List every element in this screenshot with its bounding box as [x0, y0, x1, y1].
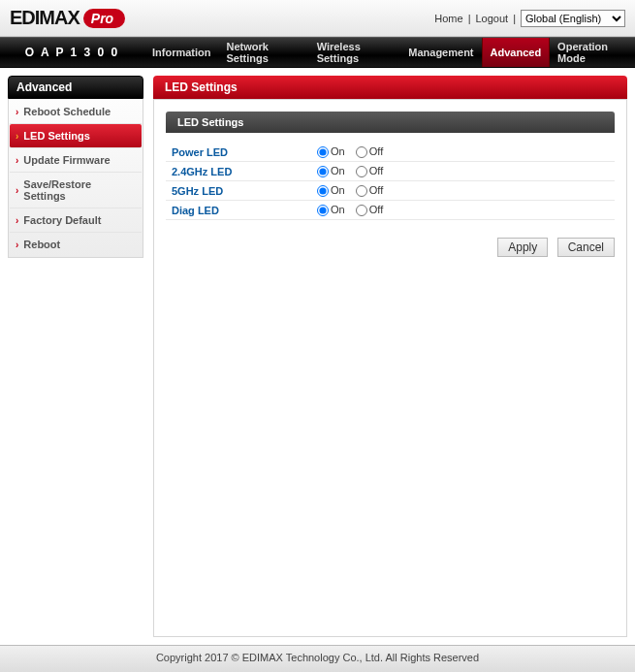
- table-row: Power LED On Off: [166, 143, 615, 162]
- radio-off-label[interactable]: Off: [356, 145, 383, 157]
- table-row: Diag LED On Off: [166, 201, 615, 220]
- radio-on-label[interactable]: On: [317, 204, 345, 215]
- sidebar: Advanced › Reboot Schedule › LED Setting…: [8, 76, 143, 637]
- page-title: LED Settings: [153, 76, 627, 99]
- table-row: 2.4GHz LED On Off: [166, 162, 615, 181]
- chevron-right-icon: ›: [16, 240, 18, 250]
- chevron-right-icon: ›: [16, 185, 18, 196]
- sidebar-item-label: Save/Restore Settings: [23, 178, 136, 202]
- led-settings-table: Power LED On Off 2.4GHz LED On Off 5GHz …: [166, 143, 615, 220]
- menu-management[interactable]: Management: [400, 38, 481, 67]
- sidebar-item-reboot-schedule[interactable]: › Reboot Schedule: [10, 100, 142, 124]
- brand-suffix: Pro: [83, 9, 125, 28]
- radio-on[interactable]: [317, 185, 329, 197]
- brand-logo: EDIMAX Pro: [10, 7, 125, 29]
- footer: Copyright 2017 © EDIMAX Technology Co., …: [0, 645, 635, 672]
- sidebar-item-label: Reboot Schedule: [23, 106, 111, 117]
- radio-off[interactable]: [356, 166, 367, 177]
- row-label: 5GHz LED: [166, 181, 311, 201]
- model-name: O A P 1 3 0 0: [0, 38, 144, 67]
- main-menu: Information Network Settings Wireless Se…: [144, 38, 635, 67]
- sidebar-item-update-firmware[interactable]: › Update Firmware: [10, 148, 142, 173]
- top-links: Home | Logout | Global (English): [434, 10, 625, 27]
- content-area: LED Settings LED Settings Power LED On O…: [153, 76, 627, 637]
- radio-off-label[interactable]: Off: [356, 204, 383, 215]
- row-label: Diag LED: [166, 201, 311, 220]
- chevron-right-icon: ›: [16, 107, 18, 117]
- chevron-right-icon: ›: [16, 215, 18, 226]
- apply-button[interactable]: Apply: [497, 238, 548, 257]
- radio-on[interactable]: [317, 166, 329, 177]
- radio-on-label[interactable]: On: [317, 145, 345, 157]
- radio-on-label[interactable]: On: [317, 165, 345, 176]
- logout-link[interactable]: Logout: [475, 13, 508, 24]
- row-label: Power LED: [166, 143, 311, 162]
- menu-advanced[interactable]: Advanced: [482, 38, 551, 67]
- row-label: 2.4GHz LED: [166, 162, 311, 181]
- nav-bar: O A P 1 3 0 0 Information Network Settin…: [0, 37, 635, 68]
- brand-name: EDIMAX: [10, 7, 79, 29]
- content-body: LED Settings Power LED On Off 2.4GHz LED…: [153, 99, 627, 637]
- chevron-right-icon: ›: [16, 131, 18, 142]
- menu-network-settings[interactable]: Network Settings: [218, 38, 308, 67]
- radio-off-label[interactable]: Off: [356, 184, 383, 196]
- sidebar-item-led-settings[interactable]: › LED Settings: [10, 124, 142, 148]
- language-select[interactable]: Global (English): [521, 10, 625, 27]
- menu-wireless-settings[interactable]: Wireless Settings: [309, 38, 401, 67]
- radio-on[interactable]: [317, 146, 329, 158]
- top-bar: EDIMAX Pro Home | Logout | Global (Engli…: [0, 0, 635, 37]
- action-buttons: Apply Cancel: [166, 238, 615, 257]
- sidebar-item-label: Reboot: [23, 239, 60, 250]
- radio-off[interactable]: [356, 146, 367, 158]
- radio-off[interactable]: [356, 185, 367, 197]
- radio-on-label[interactable]: On: [317, 184, 345, 196]
- sidebar-item-factory-default[interactable]: › Factory Default: [10, 208, 142, 233]
- sidebar-body: › Reboot Schedule › LED Settings › Updat…: [8, 99, 143, 258]
- radio-off-label[interactable]: Off: [356, 165, 383, 176]
- table-row: 5GHz LED On Off: [166, 181, 615, 201]
- home-link[interactable]: Home: [434, 13, 462, 24]
- menu-information[interactable]: Information: [144, 38, 219, 67]
- sidebar-item-label: Update Firmware: [23, 154, 110, 166]
- radio-on[interactable]: [317, 205, 329, 216]
- panel-title: LED Settings: [166, 112, 615, 133]
- cancel-button[interactable]: Cancel: [557, 238, 615, 257]
- sidebar-title: Advanced: [8, 76, 143, 99]
- sidebar-item-label: Factory Default: [23, 214, 101, 226]
- menu-operation-mode[interactable]: Operation Mode: [550, 38, 635, 67]
- sidebar-item-label: LED Settings: [23, 130, 89, 142]
- sidebar-item-reboot[interactable]: › Reboot: [10, 233, 142, 256]
- page-body: Advanced › Reboot Schedule › LED Setting…: [0, 68, 635, 645]
- chevron-right-icon: ›: [16, 155, 18, 166]
- radio-off[interactable]: [356, 205, 367, 216]
- sidebar-item-save-restore[interactable]: › Save/Restore Settings: [10, 173, 142, 208]
